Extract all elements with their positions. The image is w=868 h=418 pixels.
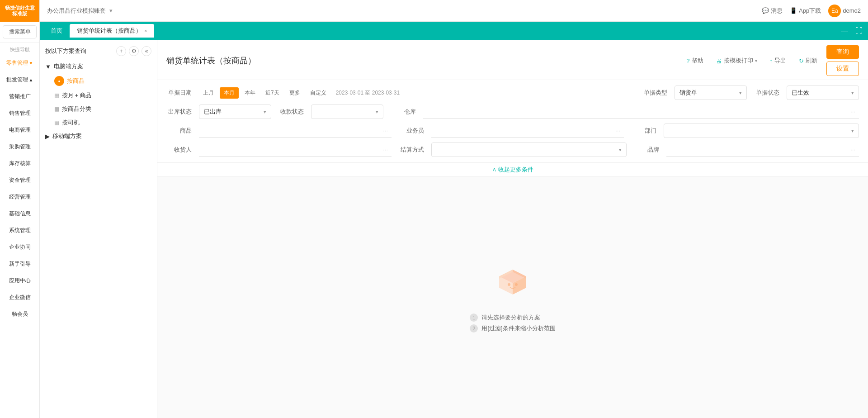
dropdown-icon[interactable]: ▾ — [109, 7, 113, 14]
sidebar-item-retail-label: 零售管理 — [6, 59, 28, 67]
plus-icon: + — [119, 48, 123, 54]
department-dropdown[interactable]: ▾ — [664, 124, 859, 138]
tab-close-icon[interactable]: × — [144, 28, 147, 33]
industry-label: 办公用品行业模拟账套 — [47, 7, 106, 15]
refresh-button[interactable]: ↻ 刷新 — [795, 55, 821, 66]
out-status-dropdown[interactable]: 已出库 ▾ — [199, 104, 271, 119]
dots-icon4: ··· — [383, 146, 388, 153]
date-btn-last-month[interactable]: 上月 — [199, 87, 218, 99]
doc-type-dropdown[interactable]: 销货单 ▾ — [675, 86, 747, 100]
chevron-down-icon2: ▾ — [851, 90, 854, 96]
sidebar-item-member[interactable]: 畅会员 — [2, 307, 38, 322]
help-button[interactable]: ? 帮助 — [683, 55, 707, 66]
sidebar-item-inventory[interactable]: 库存核算 — [2, 156, 38, 171]
sidebar-item-finance[interactable]: 资金管理 — [2, 173, 38, 188]
date-btn-7days[interactable]: 近7天 — [261, 87, 283, 99]
search-menu-button[interactable]: 搜索菜单 — [3, 25, 37, 38]
tree-group-mobile[interactable]: ▶ 移动端方案 — [40, 129, 157, 143]
left-panel-header: 按以下方案查询 + ⚙ « — [40, 44, 157, 60]
sidebar-item-member-label: 畅会员 — [12, 311, 28, 317]
print-dropdown-icon: ▾ — [755, 58, 757, 63]
sidebar-item-wholesale[interactable]: 批发管理 ▲ — [2, 72, 38, 87]
right-panel: 销货单统计表（按商品） ? 帮助 🖨 按模板打印 ▾ ↑ 导出 — [157, 40, 868, 418]
tree-item-by-category[interactable]: ▦ 按商品分类 — [40, 102, 157, 116]
refresh-label: 刷新 — [806, 57, 817, 65]
app-download-button[interactable]: 📱 App下载 — [790, 7, 821, 15]
print-label: 按模板打印 — [724, 57, 753, 65]
goods-input[interactable]: ··· — [199, 124, 392, 138]
date-btn-custom[interactable]: 自定义 — [306, 87, 330, 99]
tree-item-by-driver-label: 按司机 — [62, 119, 80, 127]
warehouse-label: 仓库 — [391, 108, 416, 116]
date-btn-this-year[interactable]: 本年 — [241, 87, 259, 99]
export-button[interactable]: ↑ 导出 — [766, 55, 790, 66]
sidebar-item-management[interactable]: 经营管理 — [2, 190, 38, 204]
refresh-icon: ↻ — [799, 57, 804, 64]
collapse-bar[interactable]: ∧ 收起更多条件 — [157, 163, 868, 177]
sidebar-item-purchase[interactable]: 采购管理 — [2, 139, 38, 154]
print-button[interactable]: 🖨 按模板打印 ▾ — [712, 55, 761, 66]
sidebar-item-wecom[interactable]: 企业微信 — [2, 290, 38, 305]
sidebar-item-sales-label: 销售管理 — [9, 110, 31, 116]
doc-type-value: 销货单 — [679, 89, 697, 97]
add-scheme-button[interactable]: + — [116, 46, 126, 56]
tree-item-by-month-goods-label: 按月＋商品 — [62, 91, 91, 100]
sidebar-item-marketing[interactable]: 营销推广 — [2, 89, 38, 104]
logo-subtext: 标准版 — [12, 11, 27, 17]
tree-item-by-goods[interactable]: ● 按商品 — [40, 73, 157, 89]
page-actions: ? 帮助 🖨 按模板打印 ▾ ↑ 导出 ↻ 刷新 — [683, 45, 859, 76]
tab-sales-report[interactable]: 销货单统计表（按商品） × — [70, 24, 154, 38]
sidebar-item-sales[interactable]: 销售管理 — [2, 106, 38, 121]
settlement-dropdown[interactable]: ▾ — [431, 142, 627, 157]
chevron-icon: ▼ — [29, 61, 33, 66]
tab-expand-icon[interactable]: ⛶ — [854, 25, 864, 37]
sidebar-item-guide[interactable]: 新手引导 — [2, 256, 38, 271]
receipt-status-dropdown[interactable]: ▾ — [311, 104, 383, 119]
date-btn-more[interactable]: 更多 — [285, 87, 304, 99]
warehouse-input[interactable]: ··· — [423, 105, 859, 119]
sidebar-search-area: 搜索菜单 — [0, 22, 39, 43]
main-area: 办公用品行业模拟账套 ▾ 💬 消息 📱 App下载 Ea demo2 首页 销货… — [40, 0, 868, 418]
tree-group-pc[interactable]: ▼ 电脑端方案 — [40, 60, 157, 73]
dots-icon5: ··· — [850, 146, 855, 153]
sidebar-item-management-label: 经营管理 — [9, 194, 31, 200]
sidebar-item-purchase-label: 采购管理 — [9, 143, 31, 150]
settlement-label: 结算方式 — [399, 146, 424, 154]
grid-icon: ▦ — [54, 92, 59, 99]
sidebar-item-retail[interactable]: 零售管理 ▼ — [2, 56, 38, 71]
chevron-icon: ▲ — [29, 77, 33, 82]
messages-button[interactable]: 💬 消息 — [762, 7, 783, 15]
sidebar-item-ecommerce-label: 电商管理 — [9, 127, 31, 133]
brand-label: 品牌 — [634, 146, 659, 154]
doc-status-value: 已生效 — [792, 89, 809, 97]
sidebar-item-basic[interactable]: 基础信息 — [2, 206, 38, 221]
tree-item-by-category-label: 按商品分类 — [62, 105, 91, 113]
tab-minimize-icon[interactable]: — — [839, 25, 850, 37]
brand-input[interactable]: ··· — [666, 143, 859, 157]
app-logo: 畅捷信好生意 标准版 — [0, 0, 39, 22]
collapse-panel-button[interactable]: « — [142, 46, 151, 56]
date-btn-this-month[interactable]: 本月 — [220, 87, 239, 99]
user-menu[interactable]: Ea demo2 — [828, 5, 861, 17]
receiver-input[interactable]: ··· — [199, 143, 392, 157]
date-control: 上月 本月 本年 近7天 更多 自定义 2023-03-01 至 2023-03… — [199, 87, 635, 99]
page-title: 销货单统计表（按商品） — [166, 55, 256, 66]
doc-type-label: 单据类型 — [642, 89, 667, 97]
tree-item-by-driver[interactable]: ▦ 按司机 — [40, 116, 157, 129]
query-button[interactable]: 查询 — [826, 45, 859, 59]
settings-button[interactable]: 设置 — [826, 62, 859, 76]
chevron-down-icon3: ▾ — [264, 109, 266, 115]
tree-item-by-month-goods[interactable]: ▦ 按月＋商品 — [40, 89, 157, 102]
salesperson-input[interactable]: ··· — [431, 124, 624, 138]
receipt-status-label: 收款状态 — [278, 108, 304, 116]
sidebar-item-system[interactable]: 系统管理 — [2, 223, 38, 238]
tab-home[interactable]: 首页 — [43, 24, 70, 38]
page-header: 销货单统计表（按商品） ? 帮助 🖨 按模板打印 ▾ ↑ 导出 — [157, 40, 868, 80]
svg-point-3 — [508, 283, 510, 286]
sidebar-item-ecommerce[interactable]: 电商管理 — [2, 123, 38, 138]
empty-tip-2: 2 用[过滤]条件来缩小分析范围 — [470, 324, 555, 332]
sidebar-item-appcenter[interactable]: 应用中心 — [2, 273, 38, 288]
sidebar-item-enterprise[interactable]: 企业协同 — [2, 240, 38, 255]
settings-scheme-button[interactable]: ⚙ — [129, 46, 139, 56]
doc-status-dropdown[interactable]: 已生效 ▾ — [787, 86, 859, 100]
